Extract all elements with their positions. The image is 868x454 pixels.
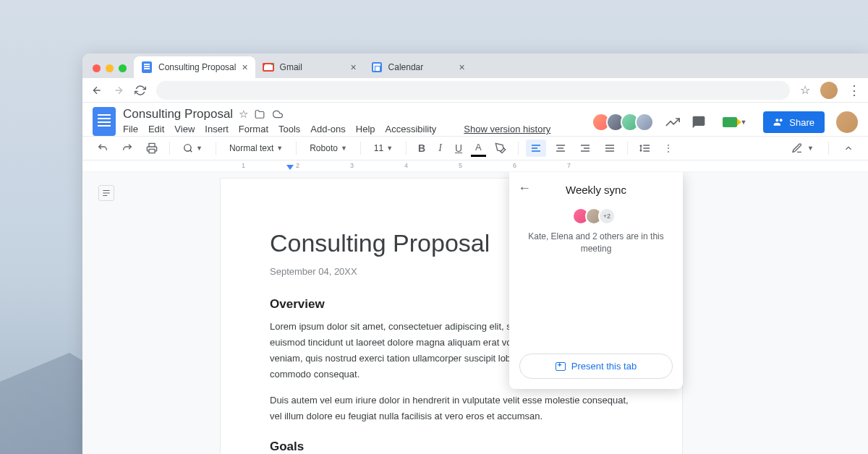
indent-marker-icon[interactable] [286, 165, 294, 170]
comments-icon[interactable] [692, 115, 706, 129]
meeting-participants: +2 [576, 207, 616, 225]
menubar: File Edit View Insert Format Tools Add-o… [123, 124, 596, 134]
document-canvas: Consulting Proposal September 04, 20XX O… [82, 172, 868, 454]
account-avatar[interactable] [836, 111, 858, 133]
share-label: Share [789, 117, 814, 128]
ruler-tick: 2 [296, 162, 299, 169]
collapse-icon[interactable] [839, 140, 858, 156]
body-paragraph: Duis autem vel eum iriure dolor in hendr… [270, 393, 633, 424]
underline-icon[interactable]: U [451, 140, 467, 157]
tab-consulting-proposal[interactable]: Consulting Proposal × [134, 56, 255, 78]
tab-calendar[interactable]: Calendar × [364, 56, 472, 78]
meeting-subtitle: Kate, Elena and 2 others are in this mee… [519, 231, 673, 255]
menu-addons[interactable]: Add-ons [310, 124, 345, 134]
more-icon[interactable]: ⋮ [660, 140, 677, 156]
reload-icon[interactable] [135, 85, 146, 96]
activity-icon[interactable] [665, 115, 680, 129]
menu-format[interactable]: Format [239, 124, 268, 134]
cloud-status-icon[interactable] [271, 109, 284, 119]
address-bar: ☆ ⋮ [82, 78, 868, 103]
gmail-favicon-icon [263, 61, 274, 73]
collaborator-avatar[interactable] [635, 113, 654, 132]
browser-profile-avatar[interactable] [820, 82, 838, 99]
meet-panel: ← Weekly sync +2 Kate, Elena and 2 other… [509, 172, 683, 389]
document-outline-icon[interactable] [98, 185, 114, 201]
forward-icon[interactable] [113, 85, 124, 96]
close-tab-icon[interactable]: × [350, 61, 356, 73]
back-arrow-icon[interactable]: ← [518, 181, 531, 196]
font-size-select[interactable]: 11▼ [368, 140, 399, 156]
ruler-tick: 5 [459, 162, 462, 169]
menu-accessibility[interactable]: Accessibility [386, 124, 437, 134]
undo-icon[interactable] [93, 140, 113, 157]
document-title[interactable]: Consulting Proposal [123, 107, 233, 121]
back-icon[interactable] [91, 85, 103, 96]
close-window-icon[interactable] [93, 64, 101, 72]
bold-icon[interactable]: B [414, 140, 430, 157]
editing-mode-icon[interactable]: ▼ [787, 140, 818, 157]
docs-header: Consulting Proposal ☆ File Edit View Ins… [82, 103, 868, 136]
ruler-tick: 1 [242, 162, 245, 169]
menu-view[interactable]: View [174, 124, 195, 134]
menu-file[interactable]: File [123, 124, 138, 134]
line-spacing-icon[interactable] [635, 140, 655, 157]
align-right-icon[interactable] [575, 140, 595, 157]
ruler-tick: 7 [567, 162, 571, 169]
tab-title: Consulting Proposal [158, 62, 236, 72]
ruler-tick: 3 [350, 162, 354, 169]
menu-tools[interactable]: Tools [278, 124, 300, 134]
close-tab-icon[interactable]: × [242, 61, 247, 73]
bookmark-star-icon[interactable]: ☆ [800, 83, 810, 97]
share-button[interactable]: Share [763, 111, 825, 133]
version-history-link[interactable]: Show version history [464, 124, 550, 134]
font-family-select[interactable]: Roboto▼ [304, 140, 353, 156]
present-label: Present this tab [571, 361, 637, 372]
tab-title: Calendar [388, 62, 454, 72]
present-tab-button[interactable]: Present this tab [519, 354, 673, 379]
print-icon[interactable] [142, 140, 162, 157]
meeting-title: Weekly sync [566, 184, 626, 196]
calendar-favicon-icon [371, 61, 383, 73]
formatting-toolbar: ▼ Normal text▼ Roboto▼ 11▼ B I U A ⋮ ▼ [82, 136, 868, 160]
close-tab-icon[interactable]: × [459, 61, 464, 73]
horizontal-ruler[interactable]: 1 2 3 4 5 6 7 [82, 160, 868, 172]
ruler-tick: 4 [404, 162, 408, 169]
paragraph-style-select[interactable]: Normal text▼ [224, 140, 289, 156]
tab-title: Gmail [280, 62, 345, 72]
text-color-icon[interactable]: A [471, 140, 486, 157]
browser-window: Consulting Proposal × Gmail × Calendar ×… [82, 53, 868, 454]
maximize-window-icon[interactable] [119, 64, 127, 72]
star-icon[interactable]: ☆ [239, 108, 248, 121]
tab-strip: Consulting Proposal × Gmail × Calendar × [82, 53, 868, 78]
align-left-icon[interactable] [526, 140, 546, 157]
browser-menu-icon[interactable]: ⋮ [848, 82, 859, 98]
italic-icon[interactable]: I [434, 140, 446, 157]
move-folder-icon[interactable] [254, 109, 265, 119]
menu-insert[interactable]: Insert [205, 124, 229, 134]
align-center-icon[interactable] [550, 140, 571, 157]
docs-logo-icon[interactable] [93, 107, 116, 136]
minimize-window-icon[interactable] [106, 64, 114, 72]
participant-overflow-badge[interactable]: +2 [598, 207, 616, 225]
meet-button[interactable]: ▼ [718, 113, 752, 131]
ruler-tick: 6 [513, 162, 516, 169]
menu-help[interactable]: Help [356, 124, 375, 134]
docs-favicon-icon [141, 61, 153, 73]
tab-gmail[interactable]: Gmail × [255, 56, 364, 78]
window-controls[interactable] [88, 64, 134, 78]
redo-icon[interactable] [117, 140, 137, 157]
omnibox[interactable] [156, 81, 790, 100]
menu-edit[interactable]: Edit [148, 124, 164, 134]
svg-point-0 [184, 145, 191, 151]
align-justify-icon[interactable] [600, 140, 620, 157]
people-icon [773, 116, 785, 128]
section-goals-title: Goals [270, 440, 633, 454]
present-screen-icon [556, 362, 566, 371]
meet-camera-icon [723, 117, 737, 127]
zoom-select[interactable]: ▼ [177, 140, 208, 156]
highlight-icon[interactable] [490, 140, 511, 157]
collaborator-avatars[interactable] [596, 113, 654, 132]
